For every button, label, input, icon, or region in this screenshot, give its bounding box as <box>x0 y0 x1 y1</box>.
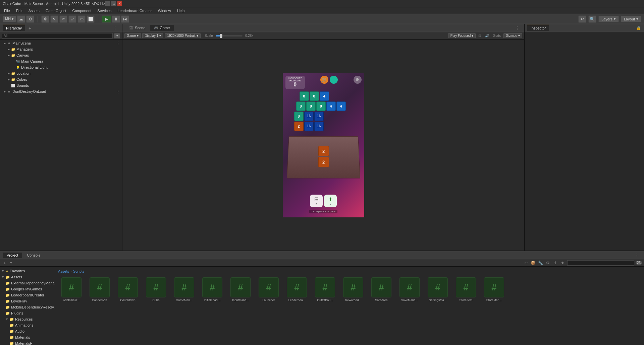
plugins-item[interactable]: 📁 Plugins <box>0 310 55 316</box>
asset-item-11[interactable]: SafeArea <box>368 276 395 303</box>
animations-item[interactable]: 📁 Animations <box>0 322 55 328</box>
console-tab[interactable]: Console <box>23 253 44 258</box>
shop-button[interactable]: 🛒 <box>320 76 328 84</box>
materials-item[interactable]: 📁 Materials <box>0 334 55 340</box>
asset-item-15[interactable]: StoreMan... <box>481 276 507 303</box>
hierarchy-item-cubes[interactable]: ▶ 📁 Cubes <box>0 76 122 82</box>
asset-item-8[interactable]: Leaderboa... <box>283 276 310 303</box>
menu-item-file[interactable]: File <box>1 8 13 13</box>
cloud-button[interactable]: ☁ <box>17 15 25 23</box>
hierarchy-search-input[interactable] <box>2 33 113 39</box>
undo-history-button[interactable]: ↩ <box>578 15 586 23</box>
game-tab[interactable]: 🎮 Game <box>150 25 174 31</box>
hierarchy-filter-button[interactable]: ▾ <box>114 33 120 39</box>
display-dropdown[interactable]: Display 1 ▾ <box>142 33 163 38</box>
project-history-button[interactable]: ↩ <box>523 260 529 266</box>
asset-item-5[interactable]: InitialLoadi... <box>199 276 226 303</box>
project-info-button[interactable]: ℹ <box>552 260 558 266</box>
maximize-button[interactable]: □ <box>111 1 116 6</box>
hierarchy-tab[interactable]: Hierarchy <box>3 25 25 31</box>
rotate-tool-button[interactable]: ⟳ <box>59 15 67 23</box>
asset-item-1[interactable]: BannerAds <box>86 276 113 303</box>
asset-item-12[interactable]: SaveMana... <box>396 276 423 303</box>
hierarchy-item-location[interactable]: ▶ 📁 Location <box>0 70 122 76</box>
game-view-dropdown[interactable]: Game ▾ <box>124 33 141 38</box>
pause-button[interactable]: ⏸ <box>112 15 120 23</box>
asset-item-3[interactable]: Cube <box>143 276 169 303</box>
levelplay-item[interactable]: 📁 LevelPlay <box>0 298 55 304</box>
asset-item-7[interactable]: Launcher <box>255 276 282 303</box>
add-button[interactable]: + 2 <box>324 195 337 207</box>
step-button[interactable]: ⏭ <box>121 15 129 23</box>
menu-item-services[interactable]: Services <box>95 8 114 13</box>
asset-item-4[interactable]: GameMan... <box>171 276 198 303</box>
account-dropdown[interactable]: MN ▾ <box>3 16 16 22</box>
inspector-tab[interactable]: Inspector <box>527 25 549 31</box>
asset-item-14[interactable]: StoreItem <box>452 276 479 303</box>
search-button[interactable]: 🔍 <box>588 15 596 23</box>
project-favorite-button[interactable]: ★ <box>560 260 566 266</box>
bottom-panel-menu-button[interactable]: ⋮ <box>633 253 641 258</box>
mobile-dep-item[interactable]: 📁 MobileDependencyResolv... <box>0 304 55 310</box>
hierarchy-add-button[interactable]: + <box>27 25 33 31</box>
coins-button[interactable] <box>330 76 338 84</box>
breadcrumb-scripts[interactable]: Scripts <box>73 269 85 273</box>
layers-dropdown[interactable]: Layers ▾ <box>598 16 619 22</box>
audio-item[interactable]: 📁 Audio <box>0 328 55 334</box>
settings-small-button[interactable]: ⚙ <box>26 15 34 23</box>
assets-root-item[interactable]: ▼ 📁 Assets <box>0 274 55 280</box>
hierarchy-item-mainscene[interactable]: ▶ ⛭ MainScene ⋮ <box>0 40 122 46</box>
hierarchy-item-managers[interactable]: ▶ 📁 Managers <box>0 46 122 52</box>
resolution-dropdown[interactable]: 1920x1080 Portrait ▾ <box>165 33 201 38</box>
google-play-item[interactable]: 📁 GooglePlayGames <box>0 286 55 292</box>
hierarchy-item-main-camera[interactable]: 📷 Main Camera <box>0 58 122 64</box>
gizmos-dropdown[interactable]: Gizmos ▾ <box>503 33 522 38</box>
maximize-game-button[interactable]: ⊡ <box>477 33 482 38</box>
menu-item-window[interactable]: Window <box>155 8 174 13</box>
project-filter-button[interactable]: ⚙ <box>545 260 551 266</box>
hierarchy-item-bounds[interactable]: ⬜ Bounds <box>0 82 122 88</box>
project-packages-button[interactable]: 📦 <box>530 260 536 266</box>
minimize-button[interactable]: — <box>105 1 110 6</box>
project-search-input[interactable] <box>567 260 634 266</box>
menu-item-component[interactable]: Component <box>69 8 94 13</box>
resources-item[interactable]: ▼ 📁 Resources <box>0 316 55 322</box>
asset-item-10[interactable]: Rewarded... <box>340 276 367 303</box>
asset-item-13[interactable]: SettingsMa... <box>424 276 451 303</box>
mute-button[interactable]: 🔊 <box>484 33 490 38</box>
view-menu-button[interactable]: ⋮ <box>513 25 522 31</box>
menu-item-edit[interactable]: Edit <box>13 8 25 13</box>
project-settings-button[interactable]: 🔧 <box>538 260 544 266</box>
layout-dropdown[interactable]: Layout ▾ <box>621 16 641 22</box>
rect-tool-button[interactable]: ▭ <box>77 15 86 23</box>
breadcrumb-assets[interactable]: Assets <box>58 269 69 273</box>
hand-tool-button[interactable]: ✥ <box>41 15 49 23</box>
asset-item-0[interactable]: AdsInitializ... <box>58 276 85 303</box>
leaderboard-item[interactable]: 📁 LeaderboardCreator <box>0 292 55 298</box>
scale-handle[interactable] <box>220 34 222 38</box>
menu-item-help[interactable]: Help <box>174 8 187 13</box>
scale-slider[interactable] <box>216 35 243 37</box>
gear-button[interactable]: ⚙ <box>354 76 362 84</box>
scale-tool-button[interactable]: ⤢ <box>68 15 76 23</box>
asset-item-6[interactable]: InputMana... <box>227 276 254 303</box>
stats-button[interactable]: Stats <box>492 33 502 38</box>
asset-item-2[interactable]: Countdown <box>114 276 141 303</box>
external-dep-item[interactable]: 📁 ExternalDependencyMana... <box>0 280 55 286</box>
menu-item-assets[interactable]: Assets <box>26 8 42 13</box>
menu-item-leaderboard-creator[interactable]: Leaderboard Creator <box>115 8 155 13</box>
project-add-button[interactable]: + <box>2 260 7 266</box>
play-button[interactable]: ▶ <box>102 15 111 23</box>
hierarchy-item-directional-light[interactable]: 💡 Directional Light <box>0 64 122 70</box>
split-button[interactable]: ⊟ 2 <box>310 195 323 207</box>
menu-item-gameobject[interactable]: GameObject <box>43 8 69 13</box>
move-tool-button[interactable]: ↖ <box>50 15 58 23</box>
asset-item-9[interactable]: OutOfBou... <box>312 276 338 303</box>
materialsp-item[interactable]: 📁 MaterialsP <box>0 340 55 345</box>
close-button[interactable]: ✕ <box>117 1 122 6</box>
hierarchy-menu-button[interactable]: ⋮ <box>111 25 119 31</box>
scene-tab[interactable]: 🎬 Scene <box>125 25 149 31</box>
transform-tool-button[interactable]: ⬜ <box>87 15 95 23</box>
favorites-item[interactable]: ▼ ★ Favorites <box>0 268 55 274</box>
hierarchy-item-canvas[interactable]: ▶ 📁 Canvas <box>0 52 122 58</box>
